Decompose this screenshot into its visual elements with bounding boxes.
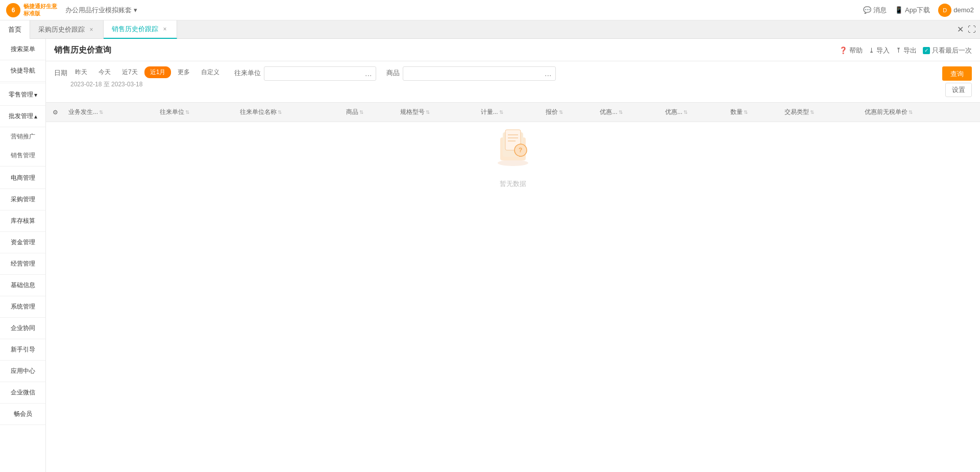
sort-icon-7: ⇅ bbox=[559, 109, 563, 115]
user-profile[interactable]: D demo2 bbox=[938, 4, 974, 17]
partner-filter-group: 往来单位 ... bbox=[234, 66, 376, 81]
table-header: ⚙ 业务发生... ⇅ 往来单位 ⇅ bbox=[46, 103, 980, 122]
sidebar-item-basic-info[interactable]: 基础信息 bbox=[0, 275, 45, 296]
sidebar-divider-2 bbox=[0, 166, 45, 167]
col-settings[interactable]: ⚙ bbox=[46, 103, 64, 122]
search-button[interactable]: 查询 bbox=[942, 66, 972, 81]
company-dropdown[interactable]: 办公用品行业模拟账套 ▾ bbox=[61, 4, 141, 17]
only-last-checkbox[interactable]: ✓ bbox=[923, 47, 930, 54]
app-header: 6 畅捷通好生意 标准版 办公用品行业模拟账套 ▾ 💬 消息 📱 App下载 D… bbox=[0, 0, 980, 20]
sort-icon-6: ⇅ bbox=[499, 109, 503, 115]
date-btn-1month[interactable]: 近1月 bbox=[144, 66, 172, 78]
page-title: 销售历史价查询 bbox=[54, 45, 111, 56]
tab-purchase-history-close[interactable]: × bbox=[88, 26, 95, 33]
sort-icon-4: ⇅ bbox=[359, 109, 363, 115]
col-partner-code[interactable]: 往来单位 ⇅ bbox=[156, 103, 236, 122]
sidebar-item-new-guide[interactable]: 新手引导 bbox=[0, 339, 45, 361]
sort-icon-5: ⇅ bbox=[426, 109, 430, 115]
filter-bar: 日期 昨天 今天 近7天 近1月 更多 自定义 2023-02-18 至 202… bbox=[46, 61, 980, 103]
export-icon: ⤒ bbox=[896, 46, 901, 54]
chevron-up-icon: ▴ bbox=[34, 113, 37, 120]
app-download-icon: 📱 bbox=[895, 6, 903, 14]
data-table: ⚙ 业务发生... ⇅ 往来单位 ⇅ bbox=[46, 103, 980, 122]
sidebar-item-sales-mgmt[interactable]: 销售管理 bbox=[0, 146, 45, 165]
sidebar: 搜索菜单 快捷导航 零售管理 ▾ 批发管理 ▴ 营销推广 销售管理 电商管理 采… bbox=[0, 39, 46, 472]
tab-sales-history-close[interactable]: × bbox=[161, 26, 168, 33]
col-pre-tax-price[interactable]: 优惠前无税单价 ⇅ bbox=[861, 103, 980, 122]
settings-icon[interactable]: ⚙ bbox=[53, 109, 58, 116]
fullscreen-icon[interactable]: ⛶ bbox=[968, 25, 976, 34]
tab-purchase-history[interactable]: 采购历史价跟踪 × bbox=[30, 20, 104, 39]
col-spec[interactable]: 规格型号 ⇅ bbox=[396, 103, 476, 122]
empty-icon: ? bbox=[487, 122, 538, 173]
chevron-down-icon: ▾ bbox=[134, 6, 137, 14]
partner-input[interactable]: ... bbox=[264, 66, 376, 81]
import-action[interactable]: ⤓ 导入 bbox=[869, 46, 890, 55]
date-btn-7days[interactable]: 近7天 bbox=[117, 66, 142, 78]
sort-icon-2: ⇅ bbox=[185, 109, 189, 115]
sidebar-item-enterprise-wechat[interactable]: 企业微信 bbox=[0, 382, 45, 404]
col-partner-name[interactable]: 往来单位名称 ⇅ bbox=[236, 103, 342, 122]
col-discount1[interactable]: 优惠... ⇅ bbox=[596, 103, 661, 122]
col-discount2[interactable]: 优惠... ⇅ bbox=[661, 103, 726, 122]
tabs-bar: 首页 采购历史价跟踪 × 销售历史价跟踪 × ✕ ⛶ bbox=[0, 20, 980, 39]
table-header-row: ⚙ 业务发生... ⇅ 往来单位 ⇅ bbox=[46, 103, 980, 122]
date-btn-today[interactable]: 今天 bbox=[94, 66, 115, 78]
help-action[interactable]: ❓ 帮助 bbox=[839, 46, 863, 55]
only-last-checkbox-label[interactable]: ✓ 只看最后一次 bbox=[923, 46, 972, 55]
sidebar-item-finance[interactable]: 资金管理 bbox=[0, 232, 45, 253]
col-quantity[interactable]: 数量 ⇅ bbox=[726, 103, 780, 122]
product-input[interactable]: ... bbox=[403, 66, 556, 81]
sort-icon-9: ⇅ bbox=[683, 109, 688, 115]
logo-text: 畅捷通好生意 标准版 bbox=[23, 3, 57, 16]
sidebar-item-inventory[interactable]: 库存核算 bbox=[0, 210, 45, 232]
sidebar-item-purchase[interactable]: 采购管理 bbox=[0, 189, 45, 210]
empty-text: 暂无数据 bbox=[500, 179, 526, 188]
col-unit[interactable]: 计量... ⇅ bbox=[477, 103, 542, 122]
sort-icon: ⇅ bbox=[99, 109, 103, 115]
sidebar-item-member[interactable]: 畅会员 bbox=[0, 404, 45, 425]
sidebar-item-system[interactable]: 系统管理 bbox=[0, 296, 45, 318]
filter-right-actions: 查询 设置 bbox=[942, 66, 972, 97]
col-quoted-price[interactable]: 报价 ⇅ bbox=[542, 103, 596, 122]
sidebar-item-enterprise-collab[interactable]: 企业协同 bbox=[0, 318, 45, 339]
sidebar-item-quick-nav[interactable]: 快捷导航 bbox=[0, 60, 45, 82]
sort-icon-10: ⇅ bbox=[744, 109, 748, 115]
sort-icon-8: ⇅ bbox=[619, 109, 623, 115]
message-icon: 💬 bbox=[863, 6, 871, 14]
date-filter-buttons: 昨天 今天 近7天 近1月 更多 自定义 2023-02-18 至 2023-0… bbox=[70, 66, 224, 89]
sidebar-item-ecommerce[interactable]: 电商管理 bbox=[0, 168, 45, 189]
import-icon: ⤓ bbox=[869, 46, 874, 54]
svg-text:?: ? bbox=[519, 147, 522, 154]
message-action[interactable]: 💬 消息 bbox=[863, 6, 887, 15]
col-product[interactable]: 商品 ⇅ bbox=[342, 103, 396, 122]
tab-sales-history[interactable]: 销售历史价跟踪 × bbox=[104, 20, 177, 39]
sort-icon-3: ⇅ bbox=[278, 109, 282, 115]
date-btn-yesterday[interactable]: 昨天 bbox=[70, 66, 92, 78]
main-layout: 搜索菜单 快捷导航 零售管理 ▾ 批发管理 ▴ 营销推广 销售管理 电商管理 采… bbox=[0, 39, 980, 472]
settings-button[interactable]: 设置 bbox=[945, 83, 972, 97]
date-btn-more[interactable]: 更多 bbox=[173, 66, 194, 78]
avatar: D bbox=[938, 4, 951, 17]
date-btn-custom[interactable]: 自定义 bbox=[197, 66, 224, 78]
sidebar-divider-1 bbox=[0, 83, 45, 83]
close-tab-icon[interactable]: ✕ bbox=[957, 25, 964, 34]
app-download-action[interactable]: 📱 App下载 bbox=[895, 6, 930, 15]
sidebar-item-retail-mgmt[interactable]: 零售管理 ▾ bbox=[0, 84, 45, 106]
col-trade-type[interactable]: 交易类型 ⇅ bbox=[780, 103, 861, 122]
table-container: ⚙ 业务发生... ⇅ 往来单位 ⇅ bbox=[46, 103, 980, 472]
date-btn-row: 昨天 今天 近7天 近1月 更多 自定义 bbox=[70, 66, 224, 78]
sidebar-item-search-menu[interactable]: 搜索菜单 bbox=[0, 39, 45, 60]
col-biz-date[interactable]: 业务发生... ⇅ bbox=[64, 103, 156, 122]
sort-icon-11: ⇅ bbox=[810, 109, 814, 115]
sidebar-item-marketing[interactable]: 营销推广 bbox=[0, 127, 45, 146]
tabs-actions: ✕ ⛶ bbox=[953, 25, 980, 34]
sidebar-item-operations[interactable]: 经营管理 bbox=[0, 253, 45, 275]
partner-input-dots: ... bbox=[365, 69, 372, 78]
tab-home[interactable]: 首页 bbox=[0, 20, 30, 39]
help-icon: ❓ bbox=[839, 46, 847, 54]
page-header: 销售历史价查询 ❓ 帮助 ⤓ 导入 ⤒ 导出 ✓ 只看最后一次 bbox=[46, 39, 980, 61]
sidebar-item-wholesale-mgmt[interactable]: 批发管理 ▴ bbox=[0, 106, 45, 127]
sidebar-item-app-center[interactable]: 应用中心 bbox=[0, 361, 45, 382]
export-action[interactable]: ⤒ 导出 bbox=[896, 46, 917, 55]
